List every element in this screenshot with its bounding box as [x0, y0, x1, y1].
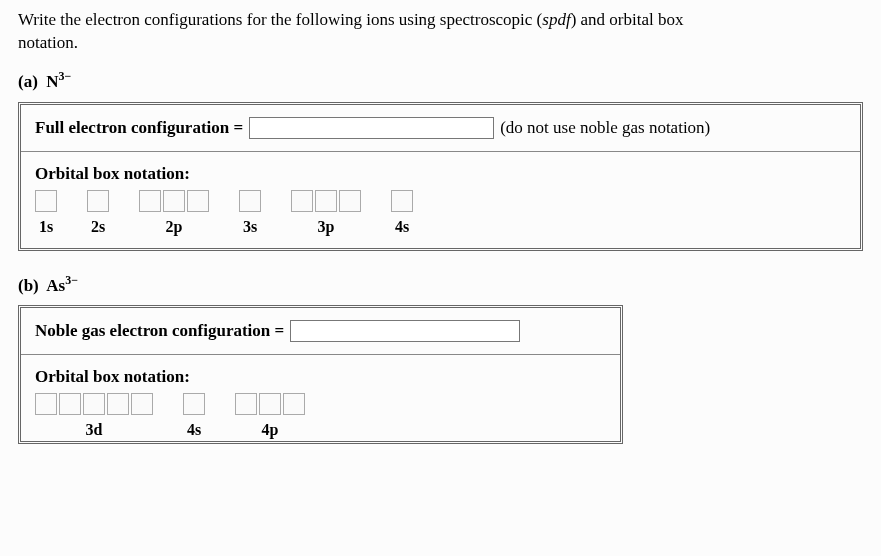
- part-b-config-input[interactable]: [290, 320, 520, 342]
- orbital-label: 2s: [91, 218, 105, 236]
- part-a-config-hint: (do not use noble gas notation): [500, 118, 710, 138]
- orbital-box[interactable]: [131, 393, 153, 415]
- intro-text-b: ) and orbital box: [571, 10, 684, 29]
- orbital-boxes: [391, 190, 413, 212]
- orbital-boxes: [235, 393, 305, 415]
- orbital-group-3p: 3p: [291, 190, 361, 236]
- part-b-orbital-title: Orbital box notation:: [35, 367, 606, 387]
- part-b-label: (b) As3−: [18, 273, 863, 296]
- orbital-boxes: [87, 190, 109, 212]
- orbital-group-3s: 3s: [239, 190, 261, 236]
- orbital-group-4s: 4s: [183, 393, 205, 439]
- orbital-label: 3p: [318, 218, 335, 236]
- part-b-prefix: (b): [18, 275, 39, 294]
- orbital-group-4p: 4p: [235, 393, 305, 439]
- orbital-boxes: [239, 190, 261, 212]
- part-b-frame: Noble gas electron configuration = Orbit…: [18, 305, 623, 444]
- orbital-label: 2p: [166, 218, 183, 236]
- orbital-boxes: [291, 190, 361, 212]
- part-a-config-input[interactable]: [249, 117, 494, 139]
- question-intro: Write the electron configurations for th…: [18, 9, 863, 55]
- orbital-box[interactable]: [315, 190, 337, 212]
- orbital-box[interactable]: [35, 190, 57, 212]
- orbital-box[interactable]: [239, 190, 261, 212]
- orbital-label: 3d: [86, 421, 103, 439]
- part-a-label: (a) N3−: [18, 69, 863, 92]
- orbital-box[interactable]: [87, 190, 109, 212]
- orbital-box[interactable]: [83, 393, 105, 415]
- orbital-box[interactable]: [291, 190, 313, 212]
- orbital-box[interactable]: [187, 190, 209, 212]
- orbital-box[interactable]: [283, 393, 305, 415]
- orbital-box[interactable]: [259, 393, 281, 415]
- orbital-label: 4s: [187, 421, 201, 439]
- part-a-orbital-row: Orbital box notation: 1s2s2p3s3p4s: [21, 151, 860, 248]
- part-b-orbital-row: Orbital box notation: 3d4s4p: [21, 354, 620, 441]
- intro-text-a: Write the electron configurations for th…: [18, 10, 542, 29]
- orbital-group-2p: 2p: [139, 190, 209, 236]
- orbital-label: 4s: [395, 218, 409, 236]
- part-a-orbital-groups: 1s2s2p3s3p4s: [35, 190, 846, 236]
- part-a-config-label: Full electron configuration =: [35, 118, 243, 138]
- orbital-group-1s: 1s: [35, 190, 57, 236]
- orbital-label: 3s: [243, 218, 257, 236]
- part-b-ion-sup: 3−: [65, 273, 78, 287]
- orbital-boxes: [139, 190, 209, 212]
- orbital-label: 4p: [262, 421, 279, 439]
- orbital-box[interactable]: [139, 190, 161, 212]
- part-b-ion-base: As: [46, 275, 65, 294]
- part-b-config-row: Noble gas electron configuration =: [21, 308, 620, 354]
- orbital-box[interactable]: [183, 393, 205, 415]
- orbital-boxes: [183, 393, 205, 415]
- part-b-orbital-groups: 3d4s4p: [35, 393, 606, 439]
- part-a-ion-base: N: [46, 72, 58, 91]
- part-b-config-label: Noble gas electron configuration =: [35, 321, 284, 341]
- orbital-group-3d: 3d: [35, 393, 153, 439]
- part-a-config-row: Full electron configuration = (do not us…: [21, 105, 860, 151]
- orbital-group-4s: 4s: [391, 190, 413, 236]
- orbital-box[interactable]: [59, 393, 81, 415]
- part-a-orbital-title: Orbital box notation:: [35, 164, 846, 184]
- intro-spdf: spdf: [542, 10, 570, 29]
- intro-line2: notation.: [18, 33, 78, 52]
- orbital-box[interactable]: [35, 393, 57, 415]
- orbital-boxes: [35, 393, 153, 415]
- orbital-box[interactable]: [235, 393, 257, 415]
- part-a-ion-sup: 3−: [59, 69, 72, 83]
- orbital-label: 1s: [39, 218, 53, 236]
- orbital-box[interactable]: [163, 190, 185, 212]
- orbital-box[interactable]: [391, 190, 413, 212]
- orbital-boxes: [35, 190, 57, 212]
- part-a-frame: Full electron configuration = (do not us…: [18, 102, 863, 251]
- orbital-box[interactable]: [107, 393, 129, 415]
- orbital-box[interactable]: [339, 190, 361, 212]
- orbital-group-2s: 2s: [87, 190, 109, 236]
- part-a-prefix: (a): [18, 72, 38, 91]
